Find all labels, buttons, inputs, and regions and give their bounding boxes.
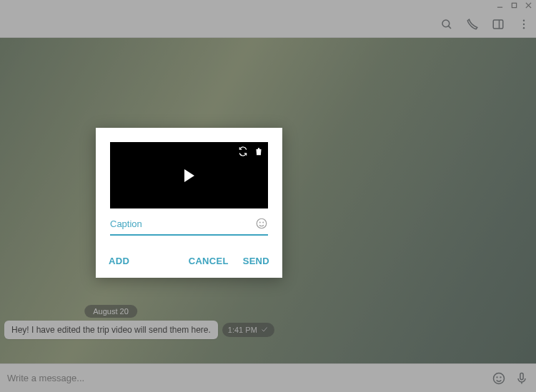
play-icon[interactable] xyxy=(184,169,194,182)
svg-point-16 xyxy=(257,218,267,228)
message-meta: 1:41 PM xyxy=(222,323,274,337)
check-icon xyxy=(260,325,269,335)
caption-input[interactable] xyxy=(110,218,255,229)
caption-emoji-icon[interactable] xyxy=(255,217,268,230)
message-row: Hey! I have edited the trip video will s… xyxy=(4,321,274,339)
window-minimize-icon[interactable] xyxy=(496,2,503,9)
compose-bar xyxy=(0,363,536,392)
message-text: Hey! I have edited the trip video will s… xyxy=(11,325,211,335)
call-icon[interactable] xyxy=(466,18,479,31)
svg-point-13 xyxy=(500,376,501,377)
svg-point-8 xyxy=(523,19,525,21)
send-media-modal: ADD CANCEL SEND xyxy=(96,128,282,278)
cancel-button[interactable]: CANCEL xyxy=(189,256,229,266)
svg-point-10 xyxy=(523,27,525,29)
caption-row xyxy=(110,217,268,236)
sidepanel-icon[interactable] xyxy=(492,18,505,31)
window-maximize-icon[interactable] xyxy=(510,2,517,9)
svg-rect-6 xyxy=(493,20,503,29)
date-badge: August 20 xyxy=(84,305,137,318)
add-button[interactable]: ADD xyxy=(109,256,129,266)
window-close-icon[interactable] xyxy=(525,2,532,9)
svg-point-18 xyxy=(263,222,264,223)
replace-media-icon[interactable] xyxy=(238,146,248,156)
window-titlebar xyxy=(0,0,536,11)
svg-point-11 xyxy=(494,373,505,383)
svg-point-12 xyxy=(497,376,497,377)
video-thumbnail[interactable] xyxy=(110,142,268,208)
svg-point-9 xyxy=(523,23,525,24)
svg-line-5 xyxy=(448,26,451,29)
modal-actions: ADD CANCEL SEND xyxy=(96,246,282,278)
emoji-icon[interactable] xyxy=(492,371,506,386)
chat-header xyxy=(0,11,536,38)
svg-point-17 xyxy=(259,222,260,223)
search-icon[interactable] xyxy=(440,18,453,31)
message-time: 1:41 PM xyxy=(228,326,257,334)
send-button[interactable]: SEND xyxy=(243,256,269,266)
more-vertical-icon[interactable] xyxy=(517,18,530,31)
message-input[interactable] xyxy=(7,373,483,383)
svg-point-4 xyxy=(442,20,450,27)
microphone-icon[interactable] xyxy=(515,371,529,386)
svg-rect-14 xyxy=(520,373,523,379)
svg-rect-1 xyxy=(512,3,516,7)
delete-media-icon[interactable] xyxy=(254,146,264,156)
message-bubble[interactable]: Hey! I have edited the trip video will s… xyxy=(4,321,218,339)
